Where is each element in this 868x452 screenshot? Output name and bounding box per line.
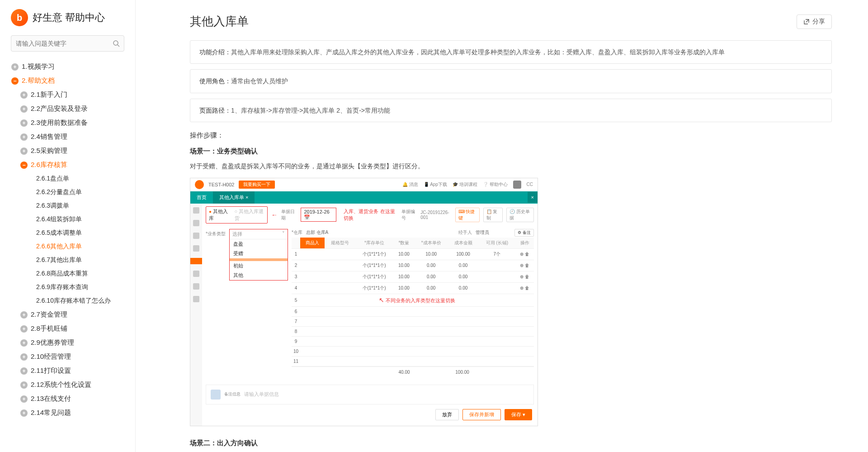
sim-date-input[interactable]: 2019-12-26 📅 <box>301 208 336 222</box>
sim-radio-in[interactable]: 其他入库 <box>209 209 228 221</box>
nav-2-2[interactable]: +2.2产品安装及登录 <box>11 102 124 116</box>
nav-2-6-8[interactable]: 2.6.8商品成本重算 <box>11 267 124 281</box>
table-row[interactable]: 10 <box>292 346 534 356</box>
sim-tab-doc[interactable]: 其他入库单 × <box>213 191 255 204</box>
table-row[interactable]: 11 <box>292 356 534 366</box>
sim-nav-icon[interactable] <box>193 245 199 252</box>
sim-nav-icon[interactable] <box>193 220 199 226</box>
table-row[interactable]: 8 <box>292 326 534 336</box>
nav-2-8[interactable]: +2.8手机旺铺 <box>11 322 124 336</box>
sim-chip-copy[interactable]: 📋 复制 <box>483 208 503 222</box>
nav-2-6-3[interactable]: 2.6.3调拨单 <box>11 199 124 213</box>
page-title: 其他入库单 <box>190 14 249 29</box>
table-row[interactable]: 7 <box>292 316 534 326</box>
search-icon[interactable] <box>113 40 120 47</box>
sim-org-name: TEST-H002 <box>208 182 234 187</box>
nav-2-12[interactable]: +2.12系统个性化设置 <box>11 378 124 392</box>
nav-label: 2.8手机旺铺 <box>31 324 67 333</box>
nav-2-6-5[interactable]: 2.6.5成本调整单 <box>11 226 124 240</box>
sim-direction-toggle[interactable]: ● 其他入库 ○ 其他入库退货 <box>206 206 268 224</box>
sim-notes-icon <box>211 390 221 400</box>
sim-th: *成本单价 <box>415 238 448 249</box>
nav-2-13[interactable]: +2.13在线支付 <box>11 392 124 406</box>
sim-handler-value[interactable]: 管理员 <box>476 229 489 236</box>
sim-app-link[interactable]: 📱 App下载 <box>424 181 447 188</box>
embedded-screenshot: TEST-H002 我要购买一下 🔔 消息 📱 App下载 🎓 培训课程 ❔ 帮… <box>190 178 538 426</box>
nav-label: 2.6.1盘点单 <box>36 175 69 183</box>
nav-2-6-4[interactable]: 2.6.4组装拆卸单 <box>11 213 124 226</box>
table-row[interactable]: 3个(1*1*1个)10.000.000.00⊕ 🗑 <box>292 271 534 282</box>
nav-2-6-9[interactable]: 2.6.9库存账本查询 <box>11 281 124 294</box>
nav-2-6-2[interactable]: 2.6.2分量盘点单 <box>11 186 124 199</box>
nav-2-6-10[interactable]: 2.6.10库存账本错了怎么办 <box>11 294 124 308</box>
nav-label: 2.5采购管理 <box>31 147 67 155</box>
sim-nav-icon[interactable] <box>193 296 199 302</box>
search-input[interactable] <box>11 35 124 52</box>
nav-label: 2.9优惠券管理 <box>31 338 74 347</box>
nav-2-1[interactable]: +2.1新手入门 <box>11 88 124 102</box>
annotation-text: 不同业务的入库类型在这里切换 <box>386 298 455 303</box>
sim-wh-value[interactable]: 总部 仓库A <box>306 229 328 236</box>
nav-help-docs[interactable]: −2.帮助文档 <box>11 74 124 88</box>
sim-dd-option[interactable]: 盘盈 <box>230 239 288 249</box>
sim-biztype-dropdown[interactable]: 选择˅ 盘盈 受赠 初始 其他 <box>229 229 288 281</box>
sim-tab-close-icon[interactable]: × <box>528 192 538 203</box>
sim-nav-icon[interactable] <box>193 233 199 239</box>
sim-nav-icon[interactable] <box>193 207 199 214</box>
sim-chip-shortcut[interactable]: ⌨ 快捷键 <box>455 208 480 222</box>
sim-th: 规格型号 <box>325 238 355 249</box>
nav-2-6-6[interactable]: 2.6.6其他入库单 <box>11 240 124 253</box>
nav-2-10[interactable]: +2.10经营管理 <box>11 350 124 364</box>
nav-2-7[interactable]: +2.7资金管理 <box>11 308 124 322</box>
sim-radio-out[interactable]: 其他入库退货 <box>235 209 264 221</box>
sim-th: 操作 <box>515 238 534 249</box>
nav-2-6[interactable]: −2.6库存核算 <box>11 158 124 172</box>
nav-label: 2.6.7其他出库单 <box>36 256 82 264</box>
intro-label: 功能介绍： <box>199 48 231 56</box>
sim-nav-icon-active[interactable] <box>190 258 202 264</box>
table-row[interactable]: 2个(1*1*1个)10.000.000.00⊕ 🗑 <box>292 260 534 271</box>
sim-nav-icon[interactable] <box>193 283 199 290</box>
intro-text: 其他入库单用来处理除采购入库、产成品入库之外的其他入库业务，因此其他入库单可处理… <box>231 48 725 56</box>
sim-tutorial-link[interactable]: 🎓 培训课程 <box>453 181 477 188</box>
sim-buy-button[interactable]: 我要购买一下 <box>239 181 275 189</box>
table-row[interactable]: 1个(1*1*1个)10.0010.00100.007个⊕ 🗑 <box>292 248 534 260</box>
role-label: 使用角色： <box>199 77 231 85</box>
sim-date-label: 单据日期 <box>281 209 297 221</box>
table-row[interactable]: 6 <box>292 306 534 316</box>
sim-save-add-button[interactable]: 保存并新增 <box>462 409 501 420</box>
sim-help-link[interactable]: ❔ 帮助中心 <box>483 181 508 188</box>
path-card: 页面路径：1、库存核算->库存管理->其他入库单 2、首页->常用功能 <box>190 99 832 122</box>
sim-th: 成本金额 <box>448 238 479 249</box>
sim-dd-option[interactable]: 受赠 <box>230 249 288 258</box>
nav-2-5[interactable]: +2.5采购管理 <box>11 144 124 158</box>
sim-nav-icon[interactable] <box>193 271 199 277</box>
nav-2-14[interactable]: +2.14常见问题 <box>11 406 124 420</box>
table-row[interactable]: 5↖ 不同业务的入库类型在这里切换 <box>292 294 534 306</box>
sim-avatar-icon[interactable] <box>513 181 521 189</box>
sim-config-button[interactable]: ⚙ 备注 <box>514 229 534 237</box>
scene1-text: 对于受赠、盘盈或是拆装入库等不同的业务，是通过单据头【业务类型】进行区分。 <box>190 160 832 172</box>
nav-2-6-1[interactable]: 2.6.1盘点单 <box>11 172 124 186</box>
nav-2-6-7[interactable]: 2.6.7其他出库单 <box>11 253 124 267</box>
nav-2-3[interactable]: +2.3使用前数据准备 <box>11 116 124 130</box>
share-button[interactable]: 分享 <box>797 14 832 29</box>
nav-2-11[interactable]: +2.11打印设置 <box>11 364 124 378</box>
sim-notes-input[interactable]: 请输入单据信息 <box>244 391 529 398</box>
logo-icon: b <box>11 9 28 26</box>
role-card: 使用角色：通常由仓管人员维护 <box>190 69 832 93</box>
sim-dd-option[interactable]: 初始 <box>230 261 288 271</box>
sim-discard-button[interactable]: 放弃 <box>435 409 459 420</box>
nav-label: 1.视频学习 <box>22 62 55 71</box>
table-row[interactable]: 9 <box>292 336 534 346</box>
sim-save-button[interactable]: 保存 ▾ <box>505 409 532 420</box>
nav-video-learning[interactable]: +1.视频学习 <box>11 60 124 74</box>
sim-msg-link[interactable]: 🔔 消息 <box>402 181 418 188</box>
table-row[interactable]: 4个(1*1*1个)10.000.000.00⊕ 🗑 <box>292 282 534 294</box>
sim-dd-option[interactable]: 其他 <box>230 271 288 280</box>
sim-tab-home[interactable]: 首页 <box>190 191 213 204</box>
search <box>11 35 124 52</box>
nav-2-9[interactable]: +2.9优惠券管理 <box>11 336 124 350</box>
sim-chip-history[interactable]: 🕘 历史单据 <box>506 208 534 222</box>
nav-2-4[interactable]: +2.4销售管理 <box>11 130 124 144</box>
